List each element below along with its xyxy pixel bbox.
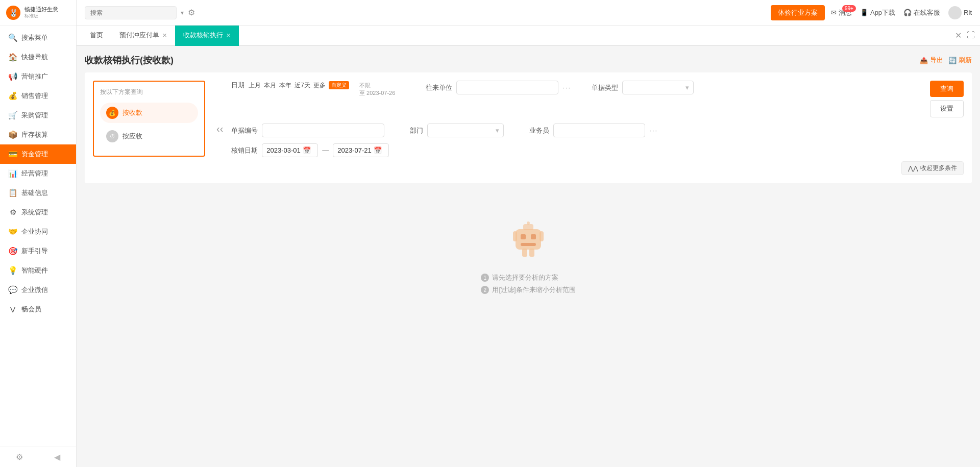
sidebar-collapse-icon[interactable]: ◀ bbox=[54, 452, 60, 462]
counterparty-field: 往来单位 ··· bbox=[426, 81, 571, 94]
industry-btn[interactable]: 体验行业方案 bbox=[771, 5, 825, 20]
header-gear-icon[interactable]: ⚙ bbox=[188, 8, 195, 17]
sidebar-item-purchase[interactable]: 🛒 采购管理 bbox=[0, 106, 76, 125]
voucher-type-field: 单据类型 ▾ bbox=[592, 81, 694, 94]
home-icon: 🏠 bbox=[8, 53, 17, 62]
staff-input[interactable] bbox=[553, 124, 645, 137]
empty-tip-2: 2 用[过滤]条件来缩小分析范围 bbox=[481, 285, 575, 294]
header-service[interactable]: 🎧 在线客服 bbox=[903, 8, 940, 17]
voucher-no-input[interactable] bbox=[262, 124, 384, 137]
export-button[interactable]: 📤 导出 bbox=[920, 56, 943, 65]
sidebar-item-finance[interactable]: 💳 资金管理 bbox=[0, 144, 76, 164]
tab-expand-icon[interactable]: ⛶ bbox=[967, 31, 975, 40]
counterparty-input[interactable] bbox=[456, 81, 558, 94]
svg-rect-5 bbox=[540, 231, 544, 241]
writeoff-start-date[interactable]: 2023-03-01 📅 bbox=[262, 143, 318, 157]
tab-home[interactable]: 首页 bbox=[82, 26, 111, 46]
filter-collapse-btn[interactable]: ‹‹ bbox=[216, 81, 223, 175]
svg-rect-0 bbox=[516, 229, 541, 250]
sidebar-item-quick-nav[interactable]: 🏠 快捷导航 bbox=[0, 47, 76, 67]
business-icon: 📊 bbox=[8, 169, 17, 178]
sidebar-item-basic-info[interactable]: 📋 基础信息 bbox=[0, 183, 76, 203]
sidebar-item-collab[interactable]: 🤝 企业协同 bbox=[0, 222, 76, 241]
counterparty-more-icon[interactable]: ··· bbox=[562, 84, 571, 91]
page-title: 收款核销执行(按收款) bbox=[85, 54, 174, 66]
filter-option-by-receipt[interactable]: 💰 按收款 bbox=[100, 103, 198, 123]
writeoff-end-date[interactable]: 2023-07-21 📅 bbox=[333, 143, 389, 157]
filter-left-panel: 按以下方案查询 💰 按收款 ⏱ 按应收 bbox=[93, 81, 205, 175]
date-label: 日期 bbox=[231, 81, 244, 90]
sidebar-item-search-menu[interactable]: 🔍 搜索菜单 bbox=[0, 28, 76, 47]
sidebar-item-guide[interactable]: 🎯 新手引导 bbox=[0, 241, 76, 261]
tab-prepay[interactable]: 预付冲应付单 ✕ bbox=[111, 26, 175, 46]
sidebar: 🐰 畅捷通好生意 标准版 🔍 搜索菜单 🏠 快捷导航 📢 营销推广 💰 销售管理… bbox=[0, 0, 77, 467]
collapse-more-row: ⋀⋀ 收起更多条件 bbox=[231, 161, 964, 175]
header-search-area: ▾ ⚙ bbox=[85, 6, 765, 19]
svg-rect-1 bbox=[521, 234, 526, 239]
header-dropdown-icon[interactable]: ▾ bbox=[181, 9, 184, 16]
sidebar-item-sales[interactable]: 💰 销售管理 bbox=[0, 86, 76, 106]
query-button[interactable]: 查询 bbox=[930, 81, 964, 97]
tab-collection[interactable]: 收款核销执行 ✕ bbox=[175, 26, 239, 46]
sidebar-item-vip[interactable]: V 畅会员 bbox=[0, 300, 76, 319]
counterparty-label: 往来单位 bbox=[426, 83, 452, 92]
header-user[interactable]: Rit bbox=[948, 6, 972, 19]
inventory-icon: 📦 bbox=[8, 130, 17, 139]
date-more[interactable]: 更多 bbox=[313, 81, 326, 90]
top-header: ▾ ⚙ 体验行业方案 ✉ 消息 99+ 📱 App下载 🎧 在线客服 Rit bbox=[77, 0, 980, 26]
sidebar-item-inventory[interactable]: 📦 库存核算 bbox=[0, 125, 76, 144]
dept-select[interactable]: ▾ bbox=[427, 124, 504, 137]
tip-num-2: 2 bbox=[481, 286, 489, 294]
voucher-type-arrow-icon: ▾ bbox=[685, 84, 689, 91]
filter-option-by-receivable[interactable]: ⏱ 按应收 bbox=[100, 126, 198, 146]
phone-icon: 📱 bbox=[860, 9, 868, 16]
date-range-dash: — bbox=[322, 146, 329, 154]
hardware-icon: 💡 bbox=[8, 266, 17, 275]
date-custom-badge[interactable]: 自定义 bbox=[329, 81, 349, 89]
vip-icon: V bbox=[8, 305, 17, 314]
svg-rect-3 bbox=[521, 243, 536, 246]
tab-collection-close-icon[interactable]: ✕ bbox=[226, 32, 231, 39]
svg-rect-7 bbox=[529, 249, 534, 257]
header-app-download[interactable]: 📱 App下载 bbox=[860, 8, 895, 17]
header-search-input[interactable] bbox=[85, 6, 177, 19]
sidebar-bottom: ⚙ ◀ bbox=[0, 447, 76, 467]
writeoff-date-field: 核销日期 2023-03-01 📅 — 2023-07-21 📅 bbox=[231, 143, 389, 157]
megaphone-icon: 📢 bbox=[8, 72, 17, 81]
sales-icon: 💰 bbox=[8, 91, 17, 101]
app-logo: 🐰 畅捷通好生意 标准版 bbox=[0, 0, 76, 26]
settings-button[interactable]: 设置 bbox=[930, 100, 964, 117]
date-7days[interactable]: 近7天 bbox=[295, 81, 310, 90]
sidebar-item-hardware[interactable]: 💡 智能硬件 bbox=[0, 261, 76, 280]
staff-field: 业务员 ··· bbox=[529, 124, 658, 137]
export-icon: 📤 bbox=[920, 57, 928, 64]
header-right: ✉ 消息 99+ 📱 App下载 🎧 在线客服 Rit bbox=[831, 6, 972, 19]
sidebar-item-wechat[interactable]: 💬 企业微信 bbox=[0, 280, 76, 300]
refresh-icon: 🔄 bbox=[948, 57, 957, 64]
sidebar-item-marketing[interactable]: 📢 营销推广 bbox=[0, 67, 76, 86]
sidebar-item-business[interactable]: 📊 经营管理 bbox=[0, 164, 76, 183]
page-title-bar: 收款核销执行(按收款) 📤 导出 🔄 刷新 bbox=[85, 54, 972, 66]
svg-rect-2 bbox=[531, 234, 536, 239]
filter-panel-title: 按以下方案查询 bbox=[100, 88, 198, 96]
date-this-month[interactable]: 本月 bbox=[264, 81, 276, 90]
date-last-month[interactable]: 上月 bbox=[249, 81, 261, 90]
tab-close-all-icon[interactable]: ✕ bbox=[955, 31, 962, 40]
refresh-button[interactable]: 🔄 刷新 bbox=[948, 56, 972, 65]
settings-bottom-icon[interactable]: ⚙ bbox=[16, 452, 23, 462]
msg-icon: ✉ bbox=[831, 9, 837, 16]
header-msg[interactable]: ✉ 消息 99+ bbox=[831, 8, 852, 17]
tab-prepay-close-icon[interactable]: ✕ bbox=[162, 32, 167, 39]
sidebar-item-system[interactable]: ⚙ 系统管理 bbox=[0, 203, 76, 222]
empty-tips: 1 请先选择要分析的方案 2 用[过滤]条件来缩小分析范围 bbox=[481, 273, 575, 294]
search-icon: 🔍 bbox=[8, 33, 17, 42]
staff-more-icon[interactable]: ··· bbox=[649, 127, 658, 134]
collapse-more-button[interactable]: ⋀⋀ 收起更多条件 bbox=[901, 161, 964, 175]
msg-badge: 99+ bbox=[842, 5, 856, 12]
date-this-year[interactable]: 本年 bbox=[279, 81, 291, 90]
sidebar-nav: 🔍 搜索菜单 🏠 快捷导航 📢 营销推广 💰 销售管理 🛒 采购管理 📦 库存核… bbox=[0, 26, 76, 447]
system-icon: ⚙ bbox=[8, 208, 17, 217]
page-actions: 📤 导出 🔄 刷新 bbox=[920, 56, 972, 65]
voucher-type-select[interactable]: ▾ bbox=[622, 81, 694, 94]
empty-state: 1 请先选择要分析的方案 2 用[过滤]条件来缩小分析范围 bbox=[85, 183, 972, 310]
